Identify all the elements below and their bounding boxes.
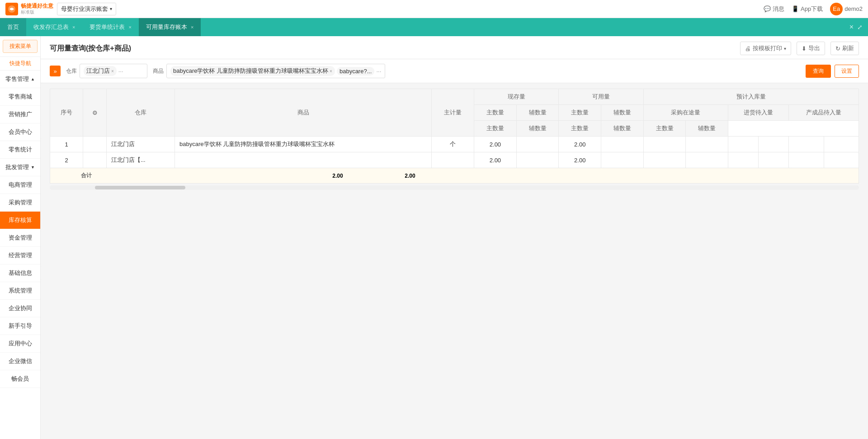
sidebar-item-system[interactable]: 系统管理 [0,282,40,300]
avatar: Ea [830,3,843,15]
goods-filter-input[interactable]: babycare学饮杯 儿童防摔防撞吸管杯重力球吸嘴杯宝宝水杯 × babyca… [166,64,385,78]
sidebar-item-retail-mgmt[interactable]: 零售管理 ▲ [0,71,40,88]
th-row-num: 序号 [50,89,83,137]
export-btn[interactable]: ⬇ 导出 [797,42,825,55]
table-container: 序号 ⚙ 仓库 商品 主计量 现存量 可用量 预计入库量 主数量 辅数量 主数量… [41,83,868,439]
cell-stock-main: 2.00 [474,137,517,152]
app-download-btn[interactable]: 📱 App下载 [792,5,823,13]
industry-select[interactable]: 母婴行业演示账套 ▾ [57,3,116,15]
chevron-down-icon: ▼ [31,165,35,170]
sidebar-item-app-center-label: 应用中心 [9,340,32,347]
sidebar-item-operations[interactable]: 经营管理 [0,247,40,264]
chevron-down-icon: ▾ [110,6,112,11]
tab-home[interactable]: 首页 [0,18,26,36]
remove-goods-tag1[interactable]: × [330,69,332,74]
cell-goods-pend-main [728,137,759,152]
export-label: 导出 [808,44,820,52]
sidebar-item-retail-shop[interactable]: 零售商城 [0,88,40,106]
refresh-icon: ↻ [835,45,840,52]
sidebar-item-marketing[interactable]: 营销推广 [0,106,40,123]
sidebar-item-enterprise-wechat[interactable]: 企业微信 [0,353,40,370]
sidebar-item-wholesale-mgmt[interactable]: 批发管理 ▼ [0,159,40,176]
search-menu-btn[interactable]: 搜索菜单 [3,40,38,53]
warehouse-more-btn[interactable]: ··· [118,68,123,75]
th-avail-main: 主数量 [559,105,601,121]
logo-icon [5,3,18,15]
footer-label: 合计 [50,172,123,179]
home-tab-label: 首页 [7,23,19,31]
sidebar-item-new-guide[interactable]: 新手引导 [0,317,40,335]
table-footer: 合计 2.00 2.00 [50,168,859,184]
close-window-btn[interactable]: × [849,23,854,31]
page-header: 可用量查询(按仓库+商品) 🖨 按模板打印 ▾ ⬇ 导出 ↻ 刷新 [41,36,868,59]
th-current-stock: 现存量 [474,89,559,105]
cell-goods [175,152,432,168]
goods-filter-label: 商品 [153,67,164,75]
print-label: 按模板打印 [753,44,782,52]
data-table: 序号 ⚙ 仓库 商品 主计量 现存量 可用量 预计入库量 主数量 辅数量 主数量… [50,89,859,168]
warehouse-filter-group: 仓库 江北门店 × ··· [66,64,147,78]
tab-receive-send[interactable]: 收发存汇总表 × [26,18,82,36]
app-download-label: App下载 [801,5,823,13]
tab-order-stats[interactable]: 要货单统计表 × [82,18,138,36]
refresh-btn[interactable]: ↻ 刷新 [830,42,859,55]
sidebar-item-enterprise-wechat-label: 企业微信 [9,358,32,364]
sidebar-item-enterprise-collab[interactable]: 企业协同 [0,300,40,317]
nav-tab-end: × ⤢ [849,23,868,31]
th-stock-aux: 辅数量 [516,105,559,121]
tab-available-stock[interactable]: 可用量库存账本 × [139,18,201,36]
message-btn[interactable]: 💬 消息 [764,5,784,13]
settings-btn[interactable]: 设置 [835,65,859,78]
cell-stock-aux [516,152,559,168]
sidebar-item-retail-stats[interactable]: 零售统计 [0,141,40,159]
order-stats-tab-label: 要货单统计表 [90,23,125,31]
cell-unit: 个 [432,137,474,152]
cell-goods-pend-aux [759,137,789,152]
sidebar-item-inventory[interactable]: 库存核算 [0,212,40,229]
top-bar-right: 💬 消息 📱 App下载 Ea demo2 [764,3,863,15]
cell-prod-pend-aux [824,137,859,152]
quick-nav-btn[interactable]: 快捷导航 [0,57,40,71]
sidebar-item-app-center[interactable]: 应用中心 [0,335,40,353]
tab-close-receive-send[interactable]: × [72,24,75,30]
sidebar-item-finance[interactable]: 资金管理 [0,229,40,247]
query-btn[interactable]: 查询 [806,65,831,78]
sidebar-item-member-plus[interactable]: 畅会员 [0,370,40,388]
scrollbar-thumb[interactable] [95,186,185,189]
sidebar-item-purchase[interactable]: 采购管理 [0,194,40,212]
nav-tabs: 首页 收发存汇总表 × 要货单统计表 × 可用量库存账本 × × ⤢ [0,18,868,36]
cell-gear [83,137,107,152]
cell-stock-main: 2.00 [474,152,517,168]
footer-avail-main: 2.00 [392,173,428,179]
goods-tag1: babycare学饮杯 儿童防摔防撞吸管杯重力球吸嘴杯宝宝水杯 × [170,66,335,76]
cell-pur-transit-aux [686,152,728,168]
tab-close-available-stock[interactable]: × [191,24,193,30]
th-prod-pend-aux: 辅数量 [686,121,728,137]
print-btn[interactable]: 🖨 按模板打印 ▾ [740,42,791,55]
remove-warehouse-tag[interactable]: × [111,69,114,74]
industry-label: 母婴行业演示账套 [61,5,108,13]
cell-warehouse: 江北门店【... [106,152,175,168]
filter-bar: » 仓库 江北门店 × ··· 商品 babycare学饮杯 儿童防摔防撞吸管杯… [41,59,868,83]
print-chevron-icon: ▾ [784,46,786,51]
expand-window-btn[interactable]: ⤢ [857,24,863,31]
print-icon: 🖨 [745,45,751,52]
user-profile-btn[interactable]: Ea demo2 [830,3,863,15]
warehouse-filter-input[interactable]: 江北门店 × ··· [80,64,147,78]
th-predicted-inbound: 预计入库量 [643,89,859,105]
sidebar-item-member[interactable]: 会员中心 [0,123,40,141]
sidebar-item-ecommerce[interactable]: 电商管理 [0,176,40,194]
goods-filter-group: 商品 babycare学饮杯 儿童防摔防撞吸管杯重力球吸嘴杯宝宝水杯 × bab… [153,64,385,78]
cell-avail-main: 2.00 [559,137,601,152]
tab-close-order-stats[interactable]: × [128,24,131,30]
horizontal-scrollbar[interactable] [50,185,859,190]
sidebar-item-basics[interactable]: 基础信息 [0,264,40,282]
table-body: 1 江北门店 babycare学饮杯 儿童防摔防撞吸管杯重力球吸嘴杯宝宝水杯 个… [50,137,859,168]
warehouse-tag: 江北门店 × [84,66,117,76]
th-avail-aux: 辅数量 [601,105,644,121]
goods-more-btn[interactable]: ··· [376,68,381,75]
receive-send-tab-label: 收发存汇总表 [33,23,69,31]
th-gear[interactable]: ⚙ [83,89,107,137]
sidebar-menu-group: 零售管理 ▲ 零售商城 营销推广 会员中心 零售统计 批发管理 ▼ 电商管理 [0,71,40,388]
filter-toggle-btn[interactable]: » [50,66,61,76]
